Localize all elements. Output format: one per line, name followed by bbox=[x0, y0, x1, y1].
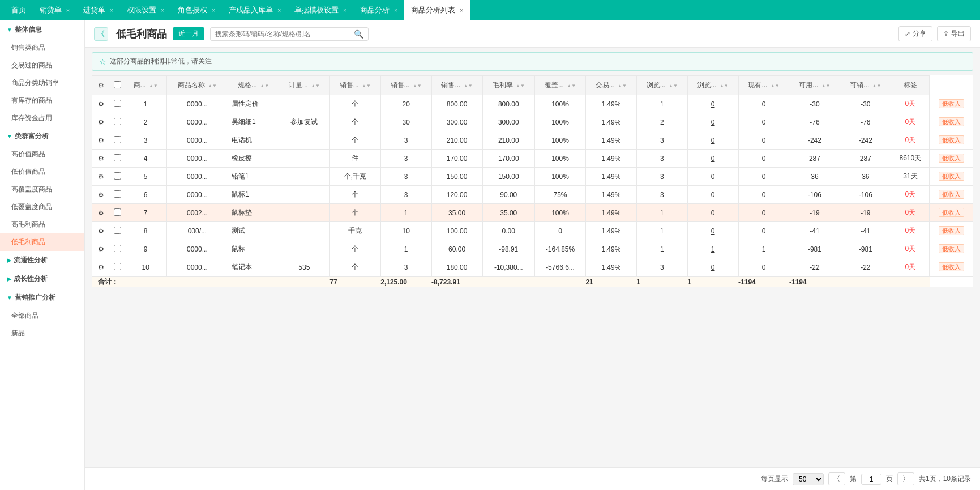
col-current-stock[interactable]: 现有... ▲▼ bbox=[738, 76, 789, 95]
nav-item-analysis[interactable]: 商品分析 × bbox=[353, 0, 404, 20]
sidebar-group-cluster[interactable]: ▼ 类群富分析 bbox=[0, 127, 84, 146]
select-all-checkbox[interactable] bbox=[114, 81, 121, 88]
row-settings[interactable]: ⚙ bbox=[92, 113, 110, 131]
row-view1[interactable]: 0 bbox=[687, 186, 738, 204]
sidebar-item-low-margin[interactable]: 低毛利商品 bbox=[0, 233, 84, 251]
row-checkbox[interactable] bbox=[110, 240, 125, 258]
row-view1[interactable]: 0 bbox=[687, 131, 738, 150]
nav-item-product-entry[interactable]: 产成品入库单 × bbox=[222, 0, 288, 20]
col-view1[interactable]: 浏览... ▲▼ bbox=[636, 76, 687, 95]
close-icon[interactable]: × bbox=[460, 7, 463, 14]
row-settings[interactable]: ⚙ bbox=[92, 240, 110, 258]
sidebar-item-new-products[interactable]: 新品 bbox=[0, 325, 84, 342]
nav-item-permission[interactable]: 权限设置 × bbox=[120, 0, 171, 20]
sidebar-item-all-products[interactable]: 全部商品 bbox=[0, 307, 84, 325]
row-checkbox[interactable] bbox=[110, 150, 125, 168]
search-icon[interactable]: 🔍 bbox=[354, 29, 363, 39]
row-view1[interactable]: 0 bbox=[687, 168, 738, 186]
row-checkbox[interactable] bbox=[110, 168, 125, 186]
row-view1[interactable]: 0 bbox=[687, 204, 738, 222]
row-settings[interactable]: ⚙ bbox=[92, 222, 110, 240]
nav-item-analysis-list[interactable]: 商品分析列表 × bbox=[404, 0, 470, 20]
nav-item-purchase[interactable]: 进货单 × bbox=[76, 0, 120, 20]
nav-item-role[interactable]: 角色授权 × bbox=[171, 0, 222, 20]
close-icon[interactable]: × bbox=[110, 7, 113, 14]
col-name[interactable]: 商品名称 ▲▼ bbox=[166, 76, 228, 95]
table-area[interactable]: ⚙ 商... ▲▼ 商品名称 ▲▼ 规格... ▲▼ 计量... ▲▼ 销售..… bbox=[85, 75, 980, 467]
col-settings[interactable]: ⚙ bbox=[92, 76, 110, 95]
close-icon[interactable]: × bbox=[66, 7, 70, 14]
nav-item-home[interactable]: 首页 bbox=[5, 0, 33, 20]
close-icon[interactable]: × bbox=[212, 7, 215, 14]
col-unit[interactable]: 计量... ▲▼ bbox=[279, 76, 329, 95]
per-page-select[interactable]: 50 100 bbox=[793, 473, 824, 485]
sidebar-group-overall[interactable]: ▼ 整体信息 bbox=[0, 20, 84, 39]
sidebar-item-high-coverage[interactable]: 高覆盖度商品 bbox=[0, 181, 84, 198]
col-sales-profit[interactable]: 销售... ▲▼ bbox=[431, 76, 482, 95]
row-view1[interactable]: 0 bbox=[687, 95, 738, 113]
col-tag[interactable]: 标签 bbox=[891, 76, 930, 95]
row-settings[interactable]: ⚙ bbox=[92, 258, 110, 277]
share-button[interactable]: ⤢ 分享 bbox=[898, 26, 932, 41]
col-sellable[interactable]: 可销... ▲▼ bbox=[840, 76, 891, 95]
row-checkbox[interactable] bbox=[110, 222, 125, 240]
row-view2: 0 bbox=[738, 222, 789, 240]
col-sales-qty[interactable]: 销售... ▲▼ bbox=[329, 76, 380, 95]
sidebar-item-traded-products[interactable]: 交易过的商品 bbox=[0, 57, 84, 74]
row-settings[interactable]: ⚙ bbox=[92, 186, 110, 204]
sidebar-item-high-margin[interactable]: 高毛利商品 bbox=[0, 216, 84, 233]
row-spec: 535 bbox=[279, 258, 329, 277]
nav-item-sales[interactable]: 销货单 × bbox=[33, 0, 76, 20]
export-button[interactable]: ⇪ 导出 bbox=[937, 26, 971, 41]
sidebar-item-category-rate[interactable]: 商品分类助销率 bbox=[0, 74, 84, 92]
row-checkbox[interactable] bbox=[110, 131, 125, 150]
row-settings[interactable]: ⚙ bbox=[92, 204, 110, 222]
col-gross-margin[interactable]: 毛利率 ▲▼ bbox=[482, 76, 535, 95]
row-checkbox[interactable] bbox=[110, 113, 125, 131]
sidebar-item-low-value[interactable]: 低价值商品 bbox=[0, 163, 84, 181]
col-spec[interactable]: 规格... ▲▼ bbox=[228, 76, 279, 95]
sidebar-item-in-stock[interactable]: 有库存的商品 bbox=[0, 92, 84, 109]
time-filter-button[interactable]: 近一月 bbox=[173, 27, 204, 40]
sidebar-group-marketing[interactable]: ▼ 营销推广分析 bbox=[0, 288, 84, 307]
col-transaction[interactable]: 交易... ▲▼ bbox=[585, 76, 636, 95]
sidebar-item-high-value[interactable]: 高价值商品 bbox=[0, 146, 84, 163]
col-code[interactable]: 商... ▲▼ bbox=[125, 76, 166, 95]
close-icon[interactable]: × bbox=[343, 7, 346, 14]
col-view2[interactable]: 浏览... ▲▼ bbox=[687, 76, 738, 95]
row-view1[interactable]: 1 bbox=[687, 240, 738, 258]
row-view1[interactable]: 0 bbox=[687, 258, 738, 277]
col-coverage[interactable]: 覆盖... ▲▼ bbox=[535, 76, 586, 95]
page-input[interactable] bbox=[861, 474, 881, 485]
row-spec bbox=[279, 222, 329, 240]
row-checkbox[interactable] bbox=[110, 204, 125, 222]
row-checkbox[interactable] bbox=[110, 95, 125, 113]
row-checkbox[interactable] bbox=[110, 258, 125, 277]
total-sales-profit: -8,723.91 bbox=[431, 276, 482, 287]
close-icon[interactable]: × bbox=[161, 7, 164, 14]
row-checkbox[interactable] bbox=[110, 186, 125, 204]
sidebar-item-sales-products[interactable]: 销售类商品 bbox=[0, 39, 84, 57]
row-view1[interactable]: 0 bbox=[687, 113, 738, 131]
search-input[interactable] bbox=[215, 30, 354, 38]
row-sales-amount: 60.00 bbox=[431, 240, 482, 258]
sidebar-group-liquidity[interactable]: ▶ 流通性分析 bbox=[0, 251, 84, 270]
sidebar-item-stock-capital[interactable]: 库存资金占用 bbox=[0, 109, 84, 127]
col-checkbox[interactable] bbox=[110, 76, 125, 95]
prev-page-button[interactable]: 〈 bbox=[828, 472, 845, 485]
collapse-sidebar-button[interactable]: 《 bbox=[94, 27, 108, 41]
row-settings[interactable]: ⚙ bbox=[92, 95, 110, 113]
row-settings[interactable]: ⚙ bbox=[92, 168, 110, 186]
row-settings[interactable]: ⚙ bbox=[92, 131, 110, 150]
sidebar-item-low-coverage[interactable]: 低覆盖度商品 bbox=[0, 198, 84, 216]
close-icon[interactable]: × bbox=[394, 7, 397, 14]
col-sales-amount[interactable]: 销售... ▲▼ bbox=[380, 76, 431, 95]
sidebar-group-growth[interactable]: ▶ 成长性分析 bbox=[0, 270, 84, 288]
close-icon[interactable]: × bbox=[277, 7, 281, 14]
nav-item-template[interactable]: 单据模板设置 × bbox=[288, 0, 353, 20]
row-view1[interactable]: 0 bbox=[687, 222, 738, 240]
next-page-button[interactable]: 〉 bbox=[897, 472, 914, 485]
col-available[interactable]: 可用... ▲▼ bbox=[789, 76, 840, 95]
row-settings[interactable]: ⚙ bbox=[92, 150, 110, 168]
row-view1[interactable]: 0 bbox=[687, 150, 738, 168]
